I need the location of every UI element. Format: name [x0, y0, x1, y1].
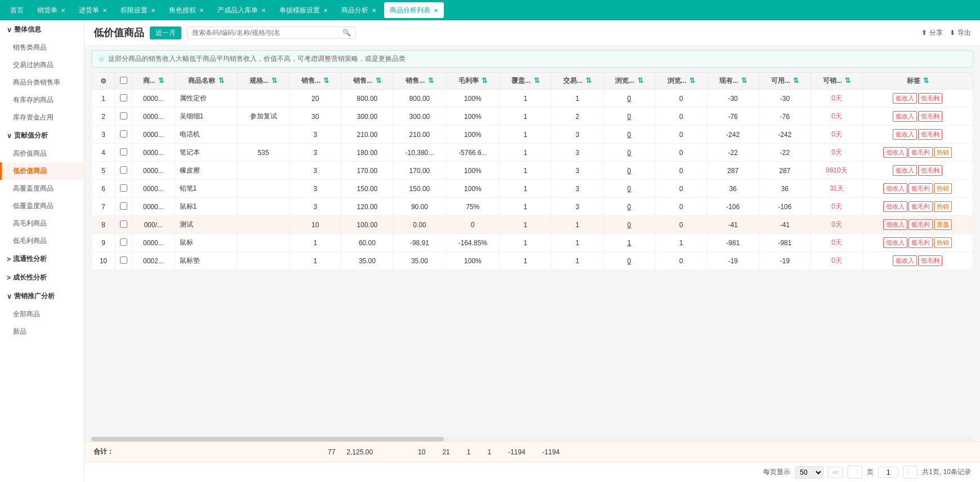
nav-templates[interactable]: 单据模板设置 ✕: [274, 2, 333, 18]
sidebar-item-high-coverage[interactable]: 高覆盖度商品: [0, 180, 84, 197]
row-checkbox[interactable]: [120, 112, 127, 120]
view1-link[interactable]: 1: [627, 239, 631, 247]
col-view1[interactable]: 浏览... ⇅: [603, 73, 655, 90]
sidebar-item-low-value[interactable]: 低价值商品: [0, 162, 84, 180]
cell-view1[interactable]: 0: [603, 162, 655, 180]
row-checkbox[interactable]: [120, 238, 127, 246]
cell-checkbox[interactable]: [115, 180, 132, 198]
col-checkbox[interactable]: [115, 73, 132, 90]
cell-view1[interactable]: 0: [603, 90, 655, 108]
nav-analysis[interactable]: 商品分析 ✕: [336, 2, 382, 18]
col-gross-margin[interactable]: 毛利率 ⇅: [446, 73, 500, 90]
nav-close-analysis-list[interactable]: ✕: [434, 7, 438, 14]
sidebar-item-category-rate[interactable]: 商品分类销售率: [0, 74, 84, 91]
scrollbar-thumb[interactable]: [91, 437, 444, 441]
view1-link[interactable]: 0: [627, 203, 631, 211]
sidebar-item-sales-products[interactable]: 销售类商品: [0, 39, 84, 56]
view1-link[interactable]: 0: [627, 149, 631, 157]
page-size-select[interactable]: 50 100: [795, 466, 823, 479]
cell-view1[interactable]: 0: [603, 198, 655, 216]
sidebar-item-capital[interactable]: 库存资金占用: [0, 109, 84, 126]
row-checkbox[interactable]: [120, 130, 127, 138]
row-checkbox[interactable]: [120, 257, 127, 264]
sidebar-group-marketing[interactable]: ∨ 营销推广分析: [0, 287, 84, 306]
sidebar-item-stock[interactable]: 有库存的商品: [0, 91, 84, 109]
cell-checkbox[interactable]: [115, 90, 132, 108]
cell-checkbox[interactable]: [115, 234, 132, 252]
nav-analysis-list[interactable]: 商品分析列表 ✕: [384, 2, 444, 18]
cell-checkbox[interactable]: [115, 198, 132, 216]
row-checkbox[interactable]: [120, 202, 127, 210]
cell-checkbox[interactable]: [115, 216, 132, 234]
sidebar-item-traded[interactable]: 交易过的商品: [0, 56, 84, 74]
col-sellable-days[interactable]: 可销... ⇅: [811, 73, 863, 90]
col-sales-amt[interactable]: 销售... ⇅: [341, 73, 393, 90]
sidebar-group-contribution[interactable]: ∨ 贡献值分析: [0, 126, 84, 145]
cell-view1[interactable]: 0: [603, 216, 655, 234]
cell-checkbox[interactable]: [115, 108, 132, 126]
cell-checkbox[interactable]: [115, 162, 132, 180]
view1-link[interactable]: 0: [627, 167, 631, 175]
col-tags[interactable]: 标签 ⇅: [863, 73, 973, 90]
table-container[interactable]: ⚙ 商... ⇅ 商品名称 ⇅ 规格... ⇅ 销售... ⇅ 销售... ⇅ …: [84, 72, 980, 437]
col-current-stock[interactable]: 现有... ⇅: [707, 73, 759, 90]
col-available-stock[interactable]: 可用... ⇅: [759, 73, 810, 90]
nav-home[interactable]: 首页: [5, 2, 29, 18]
export-button[interactable]: ⬇ 导出: [950, 28, 971, 38]
cell-view1[interactable]: 0: [603, 144, 655, 162]
search-input[interactable]: [192, 29, 340, 37]
page-input[interactable]: [878, 467, 898, 478]
period-button[interactable]: 近一月: [150, 26, 181, 39]
view1-link[interactable]: 0: [627, 113, 631, 121]
select-all-checkbox[interactable]: [120, 77, 127, 84]
nav-close-roles[interactable]: ✕: [199, 7, 204, 14]
sidebar-group-overall[interactable]: ∨ 整体信息: [0, 20, 84, 39]
cell-checkbox[interactable]: [115, 126, 132, 144]
col-spec[interactable]: 规格... ⇅: [238, 73, 289, 90]
sidebar-item-high-margin[interactable]: 高毛利商品: [0, 215, 84, 232]
first-page-button[interactable]: ≪: [828, 467, 843, 478]
sidebar-item-all-products[interactable]: 全部商品: [0, 306, 84, 323]
nav-close-analysis[interactable]: ✕: [372, 7, 376, 14]
col-sales-cost[interactable]: 销售... ⇅: [393, 73, 446, 90]
cell-view1[interactable]: 0: [603, 252, 655, 270]
share-button[interactable]: ⬆ 分享: [921, 28, 943, 38]
nav-close-products[interactable]: ✕: [261, 7, 266, 14]
nav-close-sales[interactable]: ✕: [61, 7, 65, 14]
search-icon[interactable]: 🔍: [342, 29, 351, 37]
horizontal-scrollbar[interactable]: [91, 437, 973, 441]
view1-link[interactable]: 0: [627, 185, 631, 193]
sidebar-item-low-coverage[interactable]: 低覆盖度商品: [0, 197, 84, 215]
view1-link[interactable]: 0: [627, 257, 631, 265]
cell-view1[interactable]: 0: [603, 126, 655, 144]
row-checkbox[interactable]: [120, 184, 127, 192]
cell-view1[interactable]: 1: [603, 234, 655, 252]
view1-link[interactable]: 0: [627, 131, 631, 139]
nav-permissions[interactable]: 权限设置 ✕: [115, 2, 161, 18]
row-checkbox[interactable]: [120, 148, 127, 156]
view1-link[interactable]: 0: [627, 221, 631, 229]
cell-view1[interactable]: 0: [603, 180, 655, 198]
sidebar-item-low-margin[interactable]: 低毛利商品: [0, 232, 84, 250]
nav-products[interactable]: 产成品入库单 ✕: [212, 2, 271, 18]
col-settings[interactable]: ⚙: [92, 73, 115, 90]
cell-checkbox[interactable]: [115, 252, 132, 270]
nav-close-permissions[interactable]: ✕: [151, 7, 155, 14]
col-sales-qty[interactable]: 销售... ⇅: [289, 73, 341, 90]
cell-view1[interactable]: 0: [603, 108, 655, 126]
nav-sales[interactable]: 销货单 ✕: [32, 2, 71, 18]
sidebar-item-new-products[interactable]: 新品: [0, 323, 84, 341]
col-trade[interactable]: 交易... ⇅: [551, 73, 603, 90]
col-code[interactable]: 商... ⇅: [132, 73, 175, 90]
nav-close-purchase[interactable]: ✕: [103, 7, 107, 14]
cell-checkbox[interactable]: [115, 144, 132, 162]
row-checkbox[interactable]: [120, 220, 127, 228]
view1-link[interactable]: 0: [627, 95, 631, 103]
row-checkbox[interactable]: [120, 166, 127, 174]
sidebar-group-circulation[interactable]: > 流通性分析: [0, 250, 84, 268]
nav-purchase[interactable]: 进货单 ✕: [73, 2, 113, 18]
sidebar-item-high-value[interactable]: 高价值商品: [0, 145, 84, 162]
col-coverage[interactable]: 覆盖... ⇅: [500, 73, 551, 90]
prev-page-button[interactable]: 〈: [848, 466, 862, 479]
col-view2[interactable]: 浏览... ⇅: [655, 73, 707, 90]
